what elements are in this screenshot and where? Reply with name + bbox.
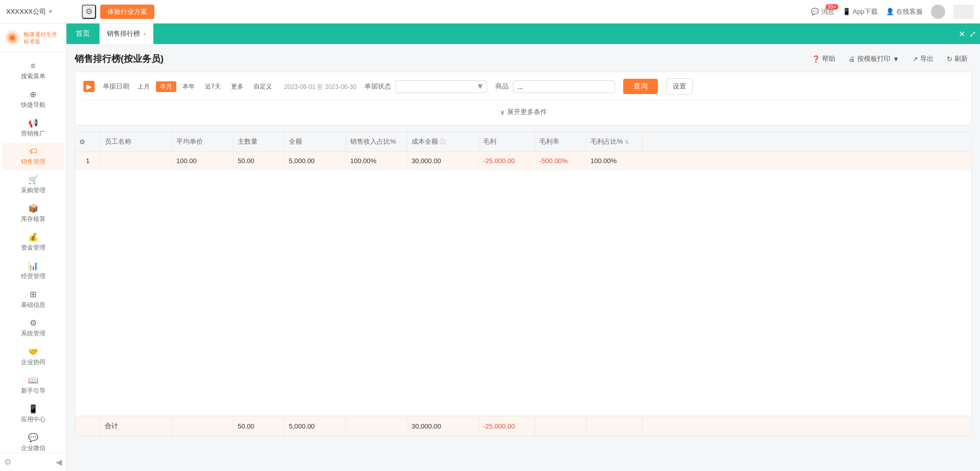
date-tab-last-month[interactable]: 上月 — [133, 81, 154, 92]
product-input[interactable] — [513, 80, 615, 93]
date-filter: 单据日期 上月 本月 本年 近7天 更多 自定义 — [103, 81, 276, 92]
avatar[interactable] — [931, 5, 945, 19]
chevron-down-icon: ▼ — [48, 9, 53, 14]
td-gross-rate: -500.00% — [535, 152, 586, 170]
sidebar-item-finance[interactable]: 💰 资金管理 — [2, 228, 64, 256]
user-name — [953, 5, 974, 19]
sidebar-item-label: 营销推广 — [21, 129, 45, 138]
sidebar-collapse-icon[interactable]: ◀ — [56, 457, 62, 467]
tab-close-window-icon[interactable]: ✕ — [959, 29, 965, 39]
date-tab-this-year[interactable]: 本年 — [178, 81, 199, 92]
date-tab-this-month[interactable]: 本月 — [156, 81, 176, 92]
expand-more-chevron: ∨ — [500, 108, 505, 116]
date-tab-more[interactable]: 更多 — [227, 81, 247, 92]
data-table: ⚙ 员工名称 平均单价 主数量 全额 销售收入占比% — [75, 131, 972, 436]
sidebar-item-marketing[interactable]: 📢 营销推广 — [2, 114, 64, 142]
td-extra — [643, 152, 971, 170]
sidebar-settings-icon[interactable]: ⚙ — [4, 457, 11, 467]
tf-sales-pct — [346, 416, 407, 436]
sidebar-menu: ≡ 搜索菜单 ⊕ 快捷导航 📢 营销推广 🏷 销售管理 🛒 采购管理 📦 库 — [0, 53, 66, 453]
top-bar: XXXXXX公司 ▼ ⚙ 体验行业方案 💬 消息 99+ 📱 App下载 👤 在… — [0, 0, 980, 24]
status-select[interactable] — [395, 80, 487, 93]
date-range-text: 2023-06-01 至 2023-06-30 — [284, 83, 356, 91]
tf-gross-rate — [535, 416, 586, 436]
sidebar-item-quicknav[interactable]: ⊕ 快捷导航 — [2, 85, 64, 114]
date-tab-7days[interactable]: 近7天 — [201, 81, 225, 92]
th-name: 员工名称 — [101, 132, 172, 151]
status-select-wrapper[interactable]: ▼ — [395, 80, 487, 93]
sidebar-logo: 畅康通好生意 标准版 — [0, 24, 66, 53]
app-download-button[interactable]: 📱 App下载 — [842, 7, 878, 16]
th-cost: 成本全额 ⓘ — [407, 132, 479, 151]
date-filter-label: 单据日期 — [103, 82, 129, 91]
content-area: 首页 销售排行榜 × ✕ ⤢ 销售排行榜(按业务员) ❓ 帮助 — [66, 24, 980, 471]
tab-expand-icon[interactable]: ⤢ — [969, 29, 976, 39]
sidebar-item-label: 资金管理 — [21, 243, 45, 252]
search-menu-icon: ≡ — [31, 61, 35, 71]
sidebar-item-guide[interactable]: 📖 新手引导 — [2, 371, 64, 399]
message-button[interactable]: 💬 消息 99+ — [811, 7, 834, 16]
filter-bar: ▶ 单据日期 上月 本月 本年 近7天 更多 自定义 — [75, 72, 972, 125]
sidebar-item-label: 新手引导 — [21, 387, 45, 395]
tab-close-icon[interactable]: × — [143, 31, 146, 37]
sidebar-item-wechat[interactable]: 💬 企业微信 — [2, 429, 64, 453]
company-selector[interactable]: XXXXXX公司 ▼ — [6, 7, 78, 16]
finance-icon: 💰 — [28, 232, 38, 242]
cost-info-icon[interactable]: ⓘ — [440, 138, 446, 146]
td-avg-price: 100.00 — [172, 152, 234, 170]
filter-divider — [83, 100, 963, 100]
expand-more-button[interactable]: ∨ 展开更多条件 — [83, 105, 963, 119]
export-icon: ↗ — [913, 55, 918, 63]
page-actions: ❓ 帮助 🖨 按模板打印 ▼ ↗ 导出 ↻ 刷新 — [808, 52, 972, 65]
table-settings-icon: ⚙ — [79, 138, 85, 146]
date-tabs: 上月 本月 本年 近7天 更多 自定义 — [133, 81, 276, 92]
online-service-button[interactable]: 👤 在线客服 — [886, 7, 923, 16]
expand-more-label: 展开更多条件 — [507, 107, 547, 117]
query-button[interactable]: 查询 — [623, 79, 658, 94]
help-button[interactable]: ❓ 帮助 — [808, 52, 839, 65]
sidebar-item-label: 企业微信 — [21, 444, 45, 453]
td-gross-pct: 100.00% — [586, 152, 643, 170]
product-filter-label: 商品 — [495, 82, 509, 91]
sidebar-item-collab[interactable]: 🤝 企业协同 — [2, 343, 64, 371]
export-button[interactable]: ↗ 导出 — [908, 52, 938, 65]
refresh-button[interactable]: ↻ 刷新 — [943, 52, 972, 65]
inventory-icon: 📦 — [28, 204, 38, 213]
sales-icon: 🏷 — [29, 147, 37, 156]
sidebar-item-system[interactable]: ⚙ 系统管理 — [2, 314, 64, 342]
sidebar-item-label: 企业协同 — [21, 358, 45, 367]
tf-empty — [75, 416, 101, 436]
tab-sales-ranking[interactable]: 销售排行榜 × — [100, 24, 153, 44]
logo-icon — [4, 30, 20, 46]
marketing-icon: 📢 — [28, 118, 38, 128]
th-settings[interactable]: ⚙ — [75, 132, 101, 151]
th-gross-rate: 毛利率 — [535, 132, 586, 151]
sidebar-item-inventory[interactable]: 📦 库存核算 — [2, 199, 64, 228]
sidebar-item-purchase[interactable]: 🛒 采购管理 — [2, 171, 64, 199]
sidebar-item-label: 应用中心 — [21, 415, 45, 424]
th-qty: 主数量 — [234, 132, 285, 151]
page-header: 销售排行榜(按业务员) ❓ 帮助 🖨 按模板打印 ▼ ↗ 导出 — [75, 52, 972, 65]
filter-settings-button[interactable]: 设置 — [666, 78, 693, 95]
try-industry-button[interactable]: 体验行业方案 — [100, 5, 154, 19]
print-icon: 🖨 — [849, 55, 855, 63]
filter-expand-icon[interactable]: ▶ — [83, 81, 95, 92]
sidebar: 畅康通好生意 标准版 ≡ 搜索菜单 ⊕ 快捷导航 📢 营销推广 🏷 销售管理 — [0, 24, 66, 471]
th-amount: 全额 — [285, 132, 346, 151]
td-qty: 50.00 — [234, 152, 285, 170]
tf-gross: -25,000.00 — [479, 416, 535, 436]
purchase-icon: 🛒 — [28, 175, 38, 185]
sidebar-item-apps[interactable]: 📱 应用中心 — [2, 400, 64, 428]
print-button[interactable]: 🖨 按模板打印 ▼ — [845, 52, 903, 65]
sidebar-item-sales[interactable]: 🏷 销售管理 — [2, 143, 64, 170]
td-sales-pct: 100.00% — [346, 152, 407, 170]
td-rank: 1 — [75, 152, 101, 170]
sidebar-item-operations[interactable]: 📊 经营管理 — [2, 257, 64, 285]
sidebar-item-search[interactable]: ≡ 搜索菜单 — [2, 57, 64, 85]
tab-home[interactable]: 首页 — [66, 24, 100, 44]
sidebar-item-label: 搜索菜单 — [21, 72, 45, 81]
settings-button[interactable]: ⚙ — [82, 5, 96, 19]
gross-pct-sort-icon[interactable]: ⇅ — [625, 139, 629, 145]
date-tab-custom[interactable]: 自定义 — [249, 81, 276, 92]
sidebar-item-basic[interactable]: ⊞ 基础信息 — [2, 285, 64, 313]
